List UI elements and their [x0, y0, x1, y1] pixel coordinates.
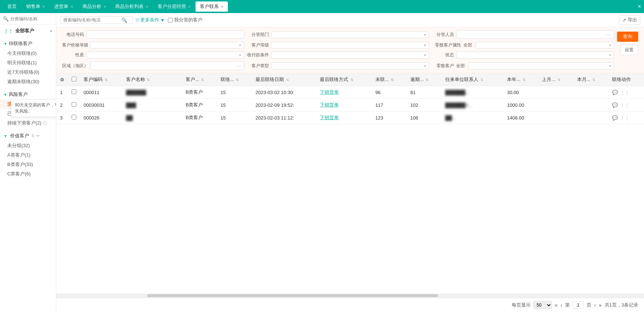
- customer-level-select[interactable]: ▾: [271, 42, 429, 49]
- tab-customer-layer[interactable]: 客户分层经营 ×: [153, 1, 195, 12]
- row3-action-more-icon[interactable]: ⋮⋮: [620, 115, 629, 121]
- dept-select[interactable]: ▾: [271, 31, 429, 38]
- sidebar-item-today[interactable]: 今天待联络(0): [0, 49, 56, 58]
- row3-type: B类客户: [182, 112, 217, 124]
- sidebar-item-declining[interactable]: 持续下滑客户(2) ⓘ: [0, 118, 56, 128]
- nature-select[interactable]: ▾: [86, 52, 244, 58]
- retail-attr-select[interactable]: ▾: [476, 42, 614, 49]
- sidebar-all-customers[interactable]: ⋮⋮ 全部客户 «: [0, 25, 56, 37]
- page-number-input[interactable]: [573, 301, 584, 309]
- col-this-month[interactable]: 本月... ⇅: [573, 73, 608, 86]
- filter-btn[interactable]: ▽ 更多条件 ▼: [136, 17, 165, 23]
- tab-home[interactable]: 首页: [3, 1, 21, 12]
- sidebar-all-label: 全部客户: [15, 28, 34, 34]
- sidebar-collapse-btn[interactable]: «: [50, 28, 52, 33]
- col-settings[interactable]: ⚙: [56, 73, 68, 86]
- tab-customer-layer-close[interactable]: ×: [188, 4, 190, 9]
- col-contact-count[interactable]: 联络... ⇅: [217, 73, 252, 86]
- filter-price-level: 客户价格等级 ▾: [62, 42, 244, 49]
- query-button[interactable]: 查询: [617, 32, 638, 42]
- row1-this-year: 30.00: [503, 86, 538, 99]
- sidebar-item-tomorrow[interactable]: 明天待联络(1): [0, 58, 56, 68]
- tab-goods-list-close[interactable]: ×: [146, 4, 148, 9]
- sidebar-item-ungrouped[interactable]: 未分组(32): [0, 141, 56, 150]
- tab-purchase-close[interactable]: ×: [71, 4, 73, 9]
- row3-select-checkbox[interactable]: [72, 115, 76, 119]
- payment-select[interactable]: ▾: [271, 52, 429, 58]
- tab-sales[interactable]: 销售单 ×: [22, 1, 49, 12]
- row1-uncontact: 96: [372, 86, 407, 99]
- export-btn[interactable]: ↗ 导出: [619, 15, 640, 25]
- col-uncontact[interactable]: 未联... ⇅: [372, 73, 407, 86]
- row3-method-link[interactable]: 下销货单: [320, 115, 339, 120]
- row1-method-link[interactable]: 下销货单: [320, 89, 339, 95]
- row2-action-chat-icon[interactable]: 💬: [612, 102, 618, 108]
- col-overdue[interactable]: 逾期... ⇅: [407, 73, 442, 86]
- value-refresh-icon[interactable]: ↻: [31, 133, 35, 138]
- tab-goods-list[interactable]: 商品分析列表 ×: [111, 1, 152, 12]
- my-customer-toggle[interactable]: 我分管的客户: [168, 17, 202, 23]
- tab-customer-contact[interactable]: 客户联系 ×: [196, 1, 228, 12]
- row2-checkbox[interactable]: [68, 99, 80, 112]
- row1-action-more-icon[interactable]: ⋮⋮: [620, 90, 629, 95]
- row3-last-method[interactable]: 下销货单: [316, 112, 371, 124]
- per-page-select[interactable]: 50 100: [534, 301, 552, 309]
- tab-purchase[interactable]: 进货单 ×: [50, 1, 77, 12]
- status-select[interactable]: ▾: [456, 52, 614, 58]
- col-type[interactable]: 客户... ⇅: [182, 73, 217, 86]
- row2-method-link[interactable]: 下销货单: [320, 102, 339, 108]
- my-customer-checkbox[interactable]: [168, 18, 173, 23]
- row3-this-year: 1408.00: [503, 112, 538, 124]
- row2-last-method[interactable]: 下销货单: [316, 99, 371, 112]
- col-last-month[interactable]: 上月... ⇅: [538, 73, 573, 86]
- value-edit-icon[interactable]: ✏: [36, 133, 40, 138]
- col-last-date[interactable]: 最后联络日期 ⇅: [252, 73, 316, 86]
- col-this-year[interactable]: 本年... ⇅: [503, 73, 538, 86]
- search-input[interactable]: [63, 17, 121, 23]
- col-last-method[interactable]: 最后联络方式 ⇅: [316, 73, 371, 86]
- tab-goods-analysis[interactable]: 商品分析 ×: [78, 1, 110, 12]
- sidebar-group-value-label[interactable]: ▼ 价值客户 ↻ ✏: [0, 131, 56, 141]
- sidebar-item-class-c[interactable]: C类客户(6): [0, 169, 56, 179]
- horizontal-scrollbar[interactable]: [56, 293, 644, 298]
- manager-select[interactable]: ···: [456, 30, 614, 39]
- row1-checkbox[interactable]: [68, 86, 80, 99]
- sidebar-item-7days[interactable]: 近7天待联络(0): [0, 68, 56, 77]
- col-checkbox[interactable]: [68, 73, 80, 86]
- region-dots-icon[interactable]: ···: [237, 63, 241, 69]
- sidebar-group-risk-label[interactable]: ▼ 风险客户: [0, 89, 56, 100]
- row3-action-chat-icon[interactable]: 💬: [612, 115, 618, 121]
- sidebar-item-overdue[interactable]: 逾期未联络(30): [0, 77, 56, 86]
- next-page-btn[interactable]: ›: [594, 302, 596, 308]
- window-close-button[interactable]: ×: [638, 3, 641, 10]
- row2-select-checkbox[interactable]: [72, 102, 76, 107]
- row1-action-chat-icon[interactable]: 💬: [612, 90, 618, 95]
- last-page-btn[interactable]: »: [599, 302, 602, 308]
- col-name[interactable]: 客户名称 ⇅: [122, 73, 182, 86]
- col-code[interactable]: 客户编码 ⇅: [80, 73, 122, 86]
- manager-dots-icon[interactable]: ···: [607, 32, 611, 37]
- sidebar-group-pending-label[interactable]: ▼ 待联络客户: [0, 39, 56, 49]
- sidebar-group-risk: ▼ 风险客户 90天未交易的客户，可能有流失风险。 流失预警客户(3) ⓘ 已流…: [0, 88, 56, 129]
- sidebar-search-input[interactable]: [10, 16, 53, 21]
- scrollbar-thumb[interactable]: [147, 294, 438, 297]
- prev-page-btn[interactable]: ‹: [560, 302, 562, 308]
- row3-checkbox[interactable]: [68, 112, 80, 124]
- sidebar-item-class-b[interactable]: B类客户(33): [0, 160, 56, 169]
- select-all-checkbox[interactable]: [72, 77, 76, 81]
- price-level-select[interactable]: ▾: [90, 42, 244, 49]
- tab-customer-contact-close[interactable]: ×: [221, 4, 223, 9]
- tab-goods-analysis-close[interactable]: ×: [104, 4, 106, 9]
- tab-sales-close[interactable]: ×: [43, 4, 45, 9]
- row2-action-more-icon[interactable]: ⋮⋮: [620, 102, 629, 108]
- sidebar-item-class-a[interactable]: A类客户(1): [0, 150, 56, 160]
- row1-select-checkbox[interactable]: [72, 89, 76, 94]
- phone-input[interactable]: [86, 31, 244, 39]
- retail-customer-select[interactable]: ▾: [468, 62, 614, 69]
- row1-last-method[interactable]: 下销货单: [316, 86, 371, 99]
- col-contact-person[interactable]: 往来单位联系人 ⇅: [442, 73, 503, 86]
- filter-settings-button[interactable]: 设置: [620, 45, 638, 55]
- customer-type-select[interactable]: ▾: [271, 62, 429, 69]
- first-page-btn[interactable]: «: [555, 302, 558, 308]
- search-icon[interactable]: 🔍: [121, 17, 127, 23]
